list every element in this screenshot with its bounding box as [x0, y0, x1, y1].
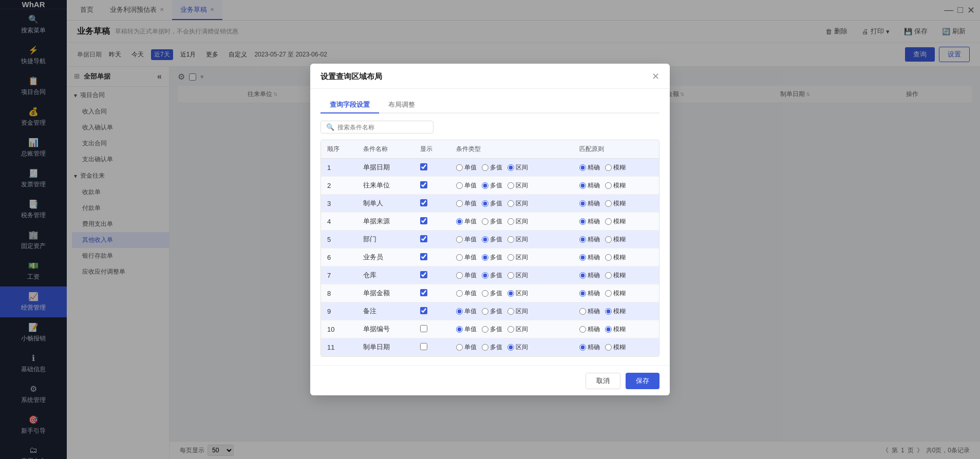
- show-checkbox[interactable]: [420, 163, 427, 170]
- type-multi-label[interactable]: 多值: [482, 199, 502, 208]
- show-checkbox[interactable]: [420, 325, 427, 332]
- row-type[interactable]: 单值多值区间: [450, 284, 573, 302]
- type-range-radio[interactable]: [507, 326, 514, 333]
- type-single-radio[interactable]: [456, 236, 463, 243]
- type-multi-radio[interactable]: [482, 344, 488, 351]
- match-fuzzy-label[interactable]: 模糊: [605, 289, 626, 298]
- modal-search-input[interactable]: [337, 124, 428, 131]
- match-fuzzy-radio[interactable]: [605, 290, 612, 297]
- match-exact-label[interactable]: 精确: [579, 235, 600, 244]
- type-range-label[interactable]: 区间: [507, 217, 528, 226]
- type-single-radio[interactable]: [456, 218, 463, 225]
- show-checkbox[interactable]: [420, 271, 427, 278]
- match-fuzzy-radio[interactable]: [605, 236, 612, 243]
- type-range-radio[interactable]: [507, 272, 514, 279]
- type-single-label[interactable]: 单值: [456, 307, 477, 316]
- match-fuzzy-radio[interactable]: [605, 344, 612, 351]
- type-single-radio[interactable]: [456, 254, 463, 261]
- type-single-radio[interactable]: [456, 326, 463, 333]
- type-range-radio[interactable]: [507, 308, 514, 315]
- match-exact-label[interactable]: 精确: [579, 163, 600, 172]
- show-checkbox[interactable]: [420, 235, 427, 242]
- show-checkbox[interactable]: [420, 181, 427, 188]
- type-multi-label[interactable]: 多值: [482, 325, 502, 334]
- type-multi-label[interactable]: 多值: [482, 163, 502, 172]
- type-multi-radio[interactable]: [482, 200, 488, 207]
- type-single-radio[interactable]: [456, 308, 463, 315]
- match-exact-label[interactable]: 精确: [579, 181, 600, 190]
- type-single-radio[interactable]: [456, 164, 463, 171]
- match-fuzzy-label[interactable]: 模糊: [605, 217, 626, 226]
- row-match[interactable]: 精确模糊: [573, 302, 659, 320]
- cancel-button[interactable]: 取消: [586, 373, 620, 389]
- row-show[interactable]: [414, 248, 450, 266]
- match-fuzzy-label[interactable]: 模糊: [605, 307, 626, 316]
- row-match[interactable]: 精确模糊: [573, 338, 659, 356]
- type-multi-label[interactable]: 多值: [482, 181, 502, 190]
- row-match[interactable]: 精确模糊: [573, 284, 659, 302]
- type-multi-radio[interactable]: [482, 236, 488, 243]
- match-exact-label[interactable]: 精确: [579, 271, 600, 280]
- match-fuzzy-label[interactable]: 模糊: [605, 253, 626, 262]
- type-range-radio[interactable]: [507, 218, 514, 225]
- show-checkbox[interactable]: [420, 307, 427, 314]
- match-exact-label[interactable]: 精确: [579, 307, 600, 316]
- row-type[interactable]: 单值多值区间: [450, 248, 573, 266]
- row-type[interactable]: 单值多值区间: [450, 338, 573, 356]
- match-exact-radio[interactable]: [579, 308, 586, 315]
- type-single-radio[interactable]: [456, 344, 463, 351]
- match-fuzzy-label[interactable]: 模糊: [605, 235, 626, 244]
- type-single-radio[interactable]: [456, 290, 463, 297]
- type-multi-label[interactable]: 多值: [482, 289, 502, 298]
- match-exact-radio[interactable]: [579, 290, 586, 297]
- show-checkbox[interactable]: [420, 289, 427, 296]
- row-type[interactable]: 单值多值区间: [450, 231, 573, 248]
- type-single-radio[interactable]: [456, 182, 463, 189]
- match-fuzzy-radio[interactable]: [605, 254, 612, 261]
- type-range-label[interactable]: 区间: [507, 289, 528, 298]
- row-match[interactable]: 精确模糊: [573, 159, 659, 177]
- match-fuzzy-radio[interactable]: [605, 218, 612, 225]
- type-range-label[interactable]: 区间: [507, 271, 528, 280]
- type-multi-radio[interactable]: [482, 218, 488, 225]
- type-multi-radio[interactable]: [482, 308, 488, 315]
- type-range-label[interactable]: 区间: [507, 325, 528, 334]
- row-show[interactable]: [414, 284, 450, 302]
- match-exact-radio[interactable]: [579, 254, 586, 261]
- type-multi-label[interactable]: 多值: [482, 271, 502, 280]
- type-range-radio[interactable]: [507, 254, 514, 261]
- type-multi-radio[interactable]: [482, 326, 488, 333]
- type-single-label[interactable]: 单值: [456, 289, 477, 298]
- show-checkbox[interactable]: [420, 253, 427, 260]
- type-multi-label[interactable]: 多值: [482, 307, 502, 316]
- match-exact-radio[interactable]: [579, 200, 586, 207]
- row-show[interactable]: [414, 302, 450, 320]
- row-show[interactable]: [414, 231, 450, 248]
- modal-save-button[interactable]: 保存: [626, 373, 659, 389]
- row-match[interactable]: 精确模糊: [573, 213, 659, 231]
- modal-close-icon[interactable]: ✕: [652, 71, 659, 82]
- type-multi-label[interactable]: 多值: [482, 235, 502, 244]
- match-fuzzy-radio[interactable]: [605, 182, 612, 189]
- type-single-label[interactable]: 单值: [456, 343, 477, 352]
- row-match[interactable]: 精确模糊: [573, 231, 659, 248]
- match-exact-label[interactable]: 精确: [579, 325, 600, 334]
- modal-tab-query[interactable]: 查询字段设置: [321, 97, 379, 113]
- type-single-label[interactable]: 单值: [456, 325, 477, 334]
- row-type[interactable]: 单值多值区间: [450, 302, 573, 320]
- match-exact-label[interactable]: 精确: [579, 217, 600, 226]
- row-type[interactable]: 单值多值区间: [450, 177, 573, 195]
- type-single-label[interactable]: 单值: [456, 181, 477, 190]
- match-fuzzy-label[interactable]: 模糊: [605, 163, 626, 172]
- modal-search-box[interactable]: 🔍: [321, 121, 434, 133]
- match-exact-radio[interactable]: [579, 272, 586, 279]
- type-single-label[interactable]: 单值: [456, 163, 477, 172]
- match-exact-label[interactable]: 精确: [579, 343, 600, 352]
- match-exact-label[interactable]: 精确: [579, 199, 600, 208]
- type-range-label[interactable]: 区间: [507, 199, 528, 208]
- type-range-radio[interactable]: [507, 236, 514, 243]
- match-exact-radio[interactable]: [579, 218, 586, 225]
- type-single-label[interactable]: 单值: [456, 199, 477, 208]
- type-single-label[interactable]: 单值: [456, 271, 477, 280]
- row-show[interactable]: [414, 195, 450, 213]
